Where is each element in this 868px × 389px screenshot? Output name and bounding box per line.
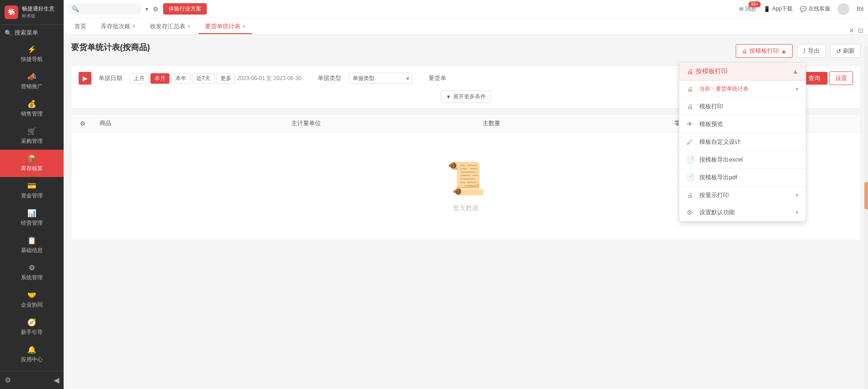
sidebar-item-system[interactable]: ⚙ 系统管理 [0,259,64,286]
date-filter-label: 单据日期 [99,74,122,82]
user-avatar[interactable] [838,3,849,15]
refresh-icon: ↺ [836,48,841,55]
date-btn-7days[interactable]: 近7天 [192,73,215,84]
sidebar-item-label: 系统管理 [21,274,43,282]
scrollbar-track[interactable] [864,45,868,389]
sidebar-item-label: 经营管理 [21,219,43,227]
marketing-icon: 📣 [27,72,36,81]
chevron-up-icon: ▲ [781,48,787,55]
sidebar-item-marketing[interactable]: 📣 营销推广 [0,68,64,95]
trial-button[interactable]: 体验行业方案 [163,3,207,15]
appstore-icon: 🔔 [27,345,36,354]
logo-icon: 畅 [5,5,18,19]
empty-illustration: 📜 [446,160,486,197]
export-button[interactable]: ⤴ 导出 [797,44,826,58]
message-icon: ✉ [739,6,743,12]
date-filter-group: 上月 本月 本年 近7天 更多 2023-06-01 至 2023-06-30 [130,73,301,84]
print-dropdown-export-excel[interactable]: 📄 按模板导出excel [679,151,806,169]
sidebar-item-sales[interactable]: 💰 销售管理 [0,95,64,122]
expand-icon: ▼ [446,94,451,100]
print-dropdown-current[interactable]: 🖨 当前：要货单统计表 ▾ [679,81,806,98]
date-range-text: 2023-06-01 至 2023-06-30 [237,75,301,82]
sidebar-item-label: 库存核算 [21,165,43,172]
tab-home[interactable]: 首页 [68,20,93,34]
print-dropdown-export-pdf[interactable]: 📄 按模板导出pdf [679,169,806,187]
settings-button[interactable]: 设置 [829,71,853,85]
sidebar-item-appstore[interactable]: 🔔 应用中心 [0,341,64,368]
sidebar-item-quick-nav[interactable]: ⚡ 快捷导航 [0,40,64,68]
window-controls: ✕ ⊡ [849,27,863,34]
scrollbar-thumb[interactable] [864,182,868,209]
table-col-product: 商品 [94,115,286,132]
tab-inventory-batch-close[interactable]: × [132,23,135,30]
search-input[interactable] [81,6,135,12]
basic-icon: 📋 [27,236,36,245]
app-download-action[interactable]: 📱 App下载 [763,5,793,13]
topbar-gear-icon[interactable]: ⚙ [153,5,159,13]
tab-inventory-batch[interactable]: 库存批次账 × [95,20,142,34]
close-window-icon[interactable]: ✕ [849,27,854,34]
tab-order-summary-label: 要货单统计表 [205,22,240,30]
logo-badge: 标准版 [22,13,55,19]
collab-icon: 🤝 [27,291,36,299]
print-template-button[interactable]: 🖨 按模板打印 ▲ [736,44,793,58]
date-btn-current-year[interactable]: 本年 [171,73,190,84]
sidebar-item-operation[interactable]: 📊 经营管理 [0,204,64,232]
set-default-label: 设置默认功能 [699,208,735,217]
date-btn-more[interactable]: 更多 [216,73,235,84]
sidebar-item-inventory[interactable]: 📦 库存核算 [0,150,64,177]
sidebar-item-purchase[interactable]: 🛒 采购管理 [0,122,64,150]
type-select-wrap: 单据类型 [349,73,412,84]
set-default-icon: ⚙ [687,209,695,216]
sidebar-item-label: 应用中心 [21,356,43,364]
type-select[interactable]: 单据类型 [349,73,412,84]
logo-text-wrap: 畅捷通好生意 标准版 [22,5,55,19]
display-print-icon: 🖨 [687,192,695,199]
sidebar-bottom: ⚙ ◀ [0,371,64,389]
print-dropdown-template-print[interactable]: 🖨 模板打印 [679,98,806,116]
print-dropdown-display-print[interactable]: 🖨 按显示打印 ▾ [679,187,806,204]
sidebar-item-basic[interactable]: 📋 基础信息 [0,232,64,259]
table-col-unit: 主计量单位 [286,115,478,132]
settings-icon[interactable]: ⚙ [5,376,11,384]
tab-receipt-summary-label: 收发存汇总表 [150,22,185,30]
refresh-button[interactable]: ↺ 刷新 [830,44,861,58]
tab-inventory-batch-label: 库存批次账 [101,22,130,30]
printer-icon: 🖨 [742,48,748,55]
filter-toggle-btn[interactable]: ▶ [79,72,91,85]
date-btn-last-month[interactable]: 上月 [130,73,149,84]
service-icon: 💬 [800,6,807,12]
finance-icon: 💳 [27,182,36,190]
tab-order-summary-close[interactable]: × [242,23,245,30]
expand-window-icon[interactable]: ⊡ [858,27,863,34]
tab-order-summary[interactable]: 要货单统计表 × [199,20,252,34]
print-dropdown-title: 🖨 按模板打印 [687,67,728,76]
sidebar-item-finance[interactable]: 💳 资金管理 [0,177,64,204]
expand-conditions-btn[interactable]: ▼ 展开更多条件 [441,91,491,103]
app-download-label: App下载 [772,5,793,13]
username-label: Rit [857,6,863,12]
print-dropdown-close-icon[interactable]: ▲ [792,68,798,75]
print-dropdown-template-design[interactable]: 🖊 模板自定义设计 [679,133,806,151]
sidebar-search[interactable]: 🔍 搜索菜单 [0,25,64,40]
topbar-search-box[interactable]: 🔍 [68,4,141,14]
display-print-arrow-icon: ▾ [796,192,798,198]
sidebar-item-label: 营销推广 [21,83,43,91]
sidebar-item-guide[interactable]: 🧭 新手引导 [0,313,64,341]
sidebar-item-collab[interactable]: 🤝 企业协同 [0,286,64,313]
template-print-label: 模板打印 [699,102,723,111]
collapse-icon[interactable]: ◀ [54,376,59,384]
tab-receipt-summary-close[interactable]: × [187,23,190,30]
table-col-settings[interactable]: ⚙ [71,116,94,131]
sidebar-logo: 畅 畅捷通好生意 标准版 [0,0,64,25]
sidebar-item-label: 快捷导航 [21,56,43,63]
topbar-search-icon: 🔍 [72,5,79,12]
tab-receipt-summary[interactable]: 收发存汇总表 × [144,20,197,34]
online-service-action[interactable]: 💬 在线客服 [800,5,830,13]
topbar-dropdown-icon[interactable]: ▾ [145,6,148,12]
message-action[interactable]: ✉ 消息 99+ [739,5,756,13]
current-icon: 🖨 [687,86,695,93]
print-dropdown-set-default[interactable]: ⚙ 设置默认功能 ▾ [679,204,806,221]
date-btn-current-month[interactable]: 本月 [150,73,170,84]
print-dropdown-template-preview[interactable]: 👁 模板预览 [679,116,806,133]
